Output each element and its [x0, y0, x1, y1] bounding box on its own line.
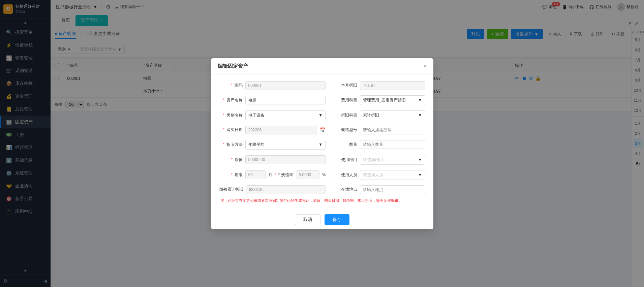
form-row-asset-name: * 资产名称 [219, 95, 326, 105]
depreciation-method-label: * 折旧方法 [219, 142, 243, 148]
form-row-spec-model: 规格型号 [334, 126, 425, 134]
dialog-overlay: 编辑固定资产 × * 编码 本月折旧 [0, 0, 644, 287]
purchase-date-label: * 购买日期 [219, 127, 243, 133]
department-label: 使用部门 [334, 157, 357, 163]
form-row-department: 使用部门 请选择部门 ▼ [334, 155, 425, 165]
asset-name-input[interactable] [245, 96, 326, 104]
depreciation-subject-label: 折旧科目 [334, 113, 357, 118]
form-row-code: * 编码 [219, 81, 326, 90]
form-row-user: 使用人员 请选择人员 ▼ [334, 170, 425, 180]
monthly-depreciation-label: 本月折旧 [334, 83, 357, 88]
form-row-depreciation-method: * 折旧方法 年限平均 ▼ [219, 140, 326, 150]
initial-depreciation-input[interactable] [246, 185, 326, 194]
code-label: * 编码 [219, 83, 243, 88]
form-row-expense-subject: 费用科目 管理费用_固定资产折旧 ▼ [334, 95, 425, 105]
cancel-button[interactable]: 取消 [295, 214, 320, 225]
form-row-storage: 存放地点 [334, 185, 425, 194]
edit-fixed-asset-dialog: 编辑固定资产 × * 编码 本月折旧 [211, 58, 433, 229]
expense-subject-label: 费用科目 [334, 97, 357, 103]
spec-model-label: 规格型号 [334, 127, 357, 133]
category-label: * 类别名称 [219, 113, 243, 118]
department-dropdown-icon: ▼ [418, 157, 422, 162]
expense-subject-select[interactable]: 管理费用_固定资产折旧 ▼ [360, 95, 425, 105]
asset-name-label: * 资产名称 [219, 97, 243, 103]
period-unit: 月 [268, 172, 272, 178]
dialog-body: * 编码 本月折旧 * 资产名称 [211, 74, 433, 210]
calendar-icon[interactable]: 📅 [320, 127, 326, 133]
quantity-label: 数量 [334, 142, 357, 148]
period-inline: 月 * * 残值率 % [245, 170, 326, 179]
period-input[interactable] [245, 170, 266, 179]
depreciation-subject-select[interactable]: 累计折旧 ▼ [360, 110, 425, 120]
dialog-title: 编辑固定资产 [218, 63, 248, 69]
form-row-initial-depreciation: 期初累计折旧 [219, 185, 326, 194]
category-dropdown-icon: ▼ [318, 113, 323, 118]
form-row-purchase-date: * 购买日期 📅 [219, 126, 326, 134]
dialog-header: 编辑固定资产 × [211, 58, 433, 74]
original-value-label: * 原值 [219, 157, 243, 163]
dialog-note: 注：已经存在变更记录或者对应固定资产已经生成凭证，原值、购买日期、残值率、累计折… [219, 198, 425, 203]
user-select[interactable]: 请选择人员 ▼ [360, 170, 425, 180]
form-row-quantity: 数量 [334, 140, 425, 150]
original-value-input[interactable] [245, 155, 326, 164]
form-grid: * 编码 本月折旧 * 资产名称 [219, 81, 425, 194]
period-label: * 期限 [219, 172, 243, 178]
residual-rate-unit: % [322, 172, 326, 177]
quantity-input[interactable] [360, 140, 425, 149]
residual-rate-input[interactable] [296, 170, 319, 179]
depreciation-method-select[interactable]: 年限平均 ▼ [245, 140, 326, 150]
save-button[interactable]: 保存 [325, 214, 349, 225]
storage-input[interactable] [360, 185, 425, 194]
user-label: 使用人员 [334, 172, 357, 178]
depreciation-method-dropdown-icon: ▼ [318, 142, 323, 147]
residual-rate-label: * * 残值率 [275, 172, 293, 178]
department-select[interactable]: 请选择部门 ▼ [360, 155, 425, 165]
form-row-depreciation-subject: 折旧科目 累计折旧 ▼ [334, 110, 425, 120]
form-row-monthly-depreciation: 本月折旧 [334, 81, 425, 90]
storage-label: 存放地点 [334, 187, 357, 192]
dialog-footer: 取消 保存 [211, 210, 433, 229]
depreciation-subject-dropdown-icon: ▼ [418, 113, 422, 118]
expense-subject-dropdown-icon: ▼ [418, 98, 422, 102]
form-row-period: * 期限 月 * * 残值率 % [219, 170, 326, 180]
purchase-date-inline: 📅 [245, 126, 326, 134]
dialog-close-btn[interactable]: × [423, 63, 426, 69]
category-select[interactable]: 电子设备 ▼ [245, 110, 326, 120]
spec-model-input[interactable] [360, 126, 425, 134]
user-dropdown-icon: ▼ [418, 172, 422, 177]
code-input[interactable] [245, 81, 326, 90]
initial-depreciation-label: 期初累计折旧 [219, 187, 243, 192]
monthly-depreciation-input[interactable] [360, 81, 425, 90]
purchase-date-input[interactable] [245, 126, 317, 134]
form-row-category: * 类别名称 电子设备 ▼ [219, 110, 326, 120]
form-row-original-value: * 原值 [219, 155, 326, 165]
